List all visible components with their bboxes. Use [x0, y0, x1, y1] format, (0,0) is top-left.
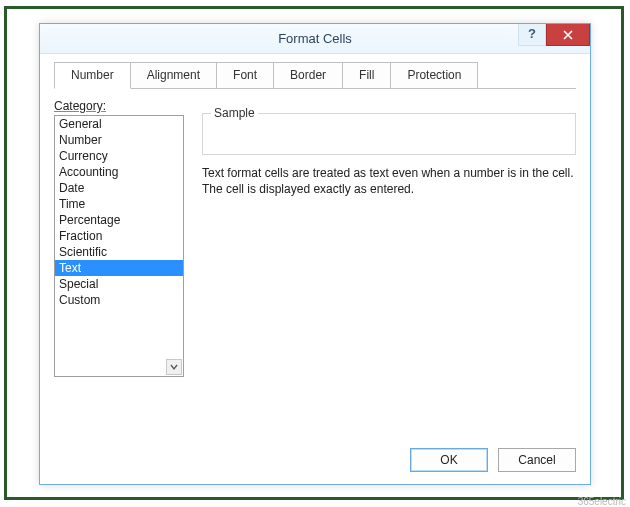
tab-number[interactable]: Number	[54, 62, 131, 89]
category-item-currency[interactable]: Currency	[55, 148, 183, 164]
sample-groupbox: Sample	[202, 113, 576, 155]
titlebar: Format Cells ?	[40, 24, 590, 54]
category-item-date[interactable]: Date	[55, 180, 183, 196]
category-item-time[interactable]: Time	[55, 196, 183, 212]
tab-border[interactable]: Border	[273, 62, 343, 88]
watermark-text: 365electric	[578, 496, 626, 507]
category-listbox[interactable]: GeneralNumberCurrencyAccountingDateTimeP…	[54, 115, 184, 377]
category-item-special[interactable]: Special	[55, 276, 183, 292]
outer-frame: Format Cells ? NumberAlignmentFontBorder…	[4, 6, 624, 500]
category-item-text[interactable]: Text	[55, 260, 183, 276]
category-item-scientific[interactable]: Scientific	[55, 244, 183, 260]
category-item-accounting[interactable]: Accounting	[55, 164, 183, 180]
close-icon	[563, 30, 573, 40]
number-tab-content: Category: GeneralNumberCurrencyAccountin…	[54, 99, 576, 377]
category-item-general[interactable]: General	[55, 116, 183, 132]
category-item-number[interactable]: Number	[55, 132, 183, 148]
dialog-buttons: OK Cancel	[410, 448, 576, 472]
titlebar-buttons: ?	[518, 24, 590, 46]
format-cells-dialog: Format Cells ? NumberAlignmentFontBorder…	[39, 23, 591, 485]
ok-button[interactable]: OK	[410, 448, 488, 472]
format-description: Text format cells are treated as text ev…	[202, 165, 576, 197]
category-item-percentage[interactable]: Percentage	[55, 212, 183, 228]
detail-column: Sample Text format cells are treated as …	[202, 99, 576, 377]
tab-protection[interactable]: Protection	[390, 62, 478, 88]
category-label: Category:	[54, 99, 184, 113]
tab-alignment[interactable]: Alignment	[130, 62, 217, 88]
chevron-down-icon	[170, 363, 178, 371]
close-button[interactable]	[546, 24, 590, 46]
category-item-custom[interactable]: Custom	[55, 292, 183, 308]
category-column: Category: GeneralNumberCurrencyAccountin…	[54, 99, 184, 377]
help-button[interactable]: ?	[518, 24, 546, 46]
dialog-body: NumberAlignmentFontBorderFillProtection …	[40, 54, 590, 391]
tab-strip: NumberAlignmentFontBorderFillProtection	[54, 62, 576, 89]
scroll-down-button[interactable]	[166, 359, 182, 375]
category-item-fraction[interactable]: Fraction	[55, 228, 183, 244]
cancel-button[interactable]: Cancel	[498, 448, 576, 472]
dialog-title: Format Cells	[40, 31, 590, 46]
sample-label: Sample	[211, 106, 258, 120]
tab-font[interactable]: Font	[216, 62, 274, 88]
tab-fill[interactable]: Fill	[342, 62, 391, 88]
